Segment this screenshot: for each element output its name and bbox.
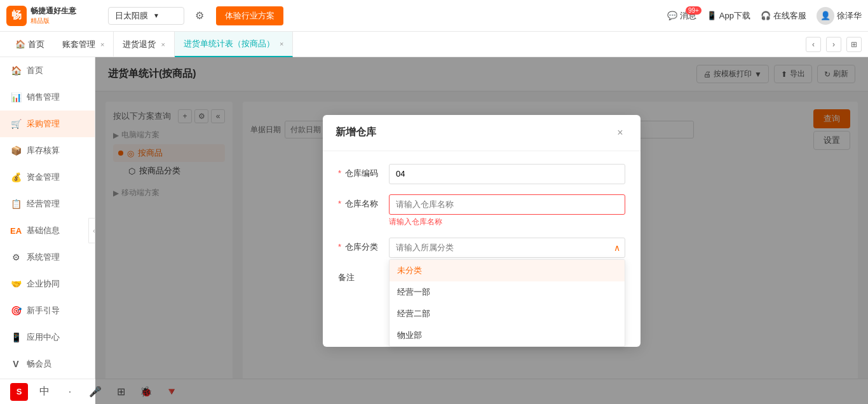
sidebar-item-home[interactable]: 🏠 首页	[0, 57, 95, 84]
sidebar-item-inventory[interactable]: 📦 库存核算	[0, 137, 95, 164]
tab-purchase-return[interactable]: 进货退货 ×	[114, 32, 174, 57]
category-dropdown: 未分类 经营一部 经营二部 物业部	[389, 259, 625, 347]
tab-bar-right: ‹ › ⊞	[806, 37, 862, 52]
new-warehouse-dialog: 新增仓库 × * 仓库编码	[323, 115, 641, 347]
sidebar-item-apps[interactable]: 📱 应用中心	[0, 324, 95, 351]
warehouse-name-label: * 仓库名称	[338, 194, 389, 210]
tab-close-icon[interactable]: ×	[100, 41, 104, 48]
main-layout: 🏠 首页 📊 销售管理 🛒 采购管理 📦 库存核算 💰 资金管理 📋 经营管理 …	[0, 57, 868, 404]
tab-purchase-stats[interactable]: 进货单统计表（按商品） ×	[175, 32, 293, 57]
sidebar-item-enterprise[interactable]: 🤝 企业协同	[0, 271, 95, 297]
mobile-icon: 📱	[707, 11, 717, 20]
dialog-title: 新增仓库	[336, 126, 376, 139]
bottom-logo: S	[10, 383, 28, 401]
enterprise-icon: 🤝	[10, 278, 22, 290]
sidebar-item-finance[interactable]: 💰 资金管理	[0, 164, 95, 191]
warehouse-name-error: 请输入仓库名称	[389, 217, 625, 227]
warehouse-code-input[interactable]	[389, 164, 625, 184]
dropdown-item-dept3[interactable]: 物业部	[390, 325, 625, 346]
warehouse-name-input-wrapper: 请输入仓库名称	[389, 194, 625, 227]
warehouse-category-label: * 仓库分类	[338, 238, 389, 253]
warehouse-name-input[interactable]	[389, 194, 625, 215]
warehouse-note-label: 备注	[338, 268, 389, 283]
app-logo: 畅	[6, 6, 27, 26]
dialog-header: 新增仓库 ×	[323, 115, 641, 151]
dropdown-item-dept1[interactable]: 经营一部	[390, 281, 625, 303]
user-profile[interactable]: 👤 徐泽华	[817, 7, 862, 25]
system-icon: ⚙	[10, 252, 22, 263]
dialog-body: * 仓库编码 * 仓库名称	[323, 151, 641, 311]
store-selector[interactable]: 日太阳膜 ▼	[108, 7, 184, 25]
app-download-item[interactable]: 📱 App下载	[707, 10, 750, 22]
warehouse-code-label: * 仓库编码	[338, 164, 389, 179]
dialog-close-button[interactable]: ×	[613, 125, 628, 140]
tab-menu-button[interactable]: ⊞	[846, 37, 862, 52]
tab-close-icon[interactable]: ×	[280, 40, 283, 48]
warehouse-category-input-wrapper: ∧ 未分类 经营一部 经营二部 物业部	[389, 238, 625, 258]
vip-icon: V	[10, 358, 22, 370]
purchase-icon: 🛒	[10, 118, 22, 130]
header-right: 💬 消息 99+ 📱 App下载 🎧 在线客服 👤 徐泽华	[667, 7, 862, 25]
warehouse-code-input-wrapper	[389, 164, 625, 184]
tab-home[interactable]: 🏠 首页	[6, 32, 53, 57]
warehouse-name-field: * 仓库名称 请输入仓库名称	[338, 194, 625, 227]
tab-account-management[interactable]: 账套管理 ×	[53, 32, 114, 57]
home-icon: 🏠	[15, 39, 25, 49]
avatar: 👤	[817, 7, 834, 25]
logo-area: 畅 畅捷通好生意 精品版	[6, 6, 102, 26]
message-icon-item[interactable]: 💬 消息 99+	[667, 10, 696, 22]
trial-button[interactable]: 体验行业方案	[216, 6, 283, 25]
chevron-down-icon: ▼	[153, 12, 159, 19]
finance-icon: 💰	[10, 172, 22, 183]
sales-icon: 📊	[10, 91, 22, 103]
message-icon: 💬	[667, 11, 677, 20]
dropdown-item-uncategorized[interactable]: 未分类	[390, 260, 625, 281]
home-icon: 🏠	[10, 65, 22, 76]
dropdown-item-dept2[interactable]: 经营二部	[390, 303, 625, 325]
sidebar-item-basic-info[interactable]: EA 基础信息	[0, 217, 95, 244]
tab-bar: 🏠 首页 账套管理 × 进货退货 × 进货单统计表（按商品） × ‹ › ⊞	[0, 32, 868, 57]
top-header: 畅 畅捷通好生意 精品版 日太阳膜 ▼ ⚙ 体验行业方案 💬 消息 99+ 📱 …	[0, 0, 868, 32]
sidebar-collapse-button[interactable]: «	[88, 218, 95, 243]
tab-close-icon[interactable]: ×	[161, 41, 165, 48]
bottom-icon-2[interactable]: ·	[61, 383, 79, 401]
guide-icon: 🎯	[10, 305, 22, 316]
operations-icon: 📋	[10, 198, 22, 210]
sidebar-item-vip[interactable]: V 畅会员	[0, 351, 95, 377]
headset-icon: 🎧	[761, 11, 771, 20]
logo-text: 畅捷通好生意 精品版	[31, 6, 76, 25]
message-badge: 99+	[686, 6, 702, 15]
bottom-icon-1[interactable]: 中	[36, 383, 53, 401]
tab-prev-button[interactable]: ‹	[806, 37, 821, 52]
apps-icon: 📱	[10, 332, 22, 343]
tab-next-button[interactable]: ›	[826, 37, 841, 52]
select-arrow-icon[interactable]: ∧	[614, 243, 620, 253]
gear-icon[interactable]: ⚙	[189, 6, 210, 26]
warehouse-category-field: * 仓库分类 ∧ 未分类 经营一部 经营二部 物业部	[338, 238, 625, 258]
basic-info-icon: EA	[10, 225, 22, 236]
online-service-item[interactable]: 🎧 在线客服	[761, 10, 806, 22]
sidebar-item-system[interactable]: ⚙ 系统管理	[0, 244, 95, 271]
sidebar-item-operations[interactable]: 📋 经营管理	[0, 191, 95, 217]
content-area: 进货单统计(按商品) 🖨 按模板打印 ▼ ⬆ 导出 ↻ 刷新	[95, 57, 868, 404]
sidebar-item-sales[interactable]: 📊 销售管理	[0, 84, 95, 111]
modal-overlay: 新增仓库 × * 仓库编码	[95, 57, 868, 404]
sidebar-item-guide[interactable]: 🎯 新手引导	[0, 297, 95, 324]
sidebar-item-purchase[interactable]: 🛒 采购管理	[0, 111, 95, 137]
inventory-icon: 📦	[10, 145, 22, 156]
warehouse-category-input[interactable]	[389, 238, 625, 258]
warehouse-code-field: * 仓库编码	[338, 164, 625, 184]
sidebar: 🏠 首页 📊 销售管理 🛒 采购管理 📦 库存核算 💰 资金管理 📋 经营管理 …	[0, 57, 95, 404]
